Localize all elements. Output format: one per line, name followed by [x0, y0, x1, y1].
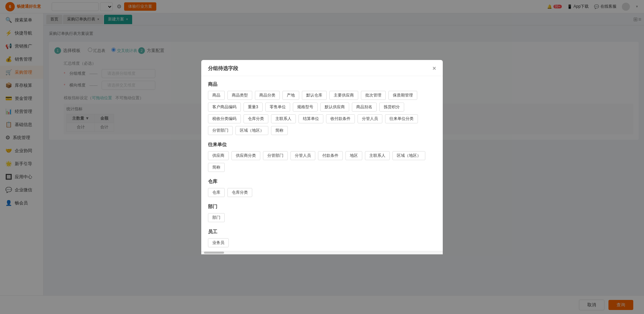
- modal-title: 分组待选字段: [208, 65, 238, 72]
- field-selection-modal: 分组待选字段 × 商品 商品 商品类型 商品分类 产地 默认仓库 主要供应商 批…: [201, 60, 443, 254]
- field-tag[interactable]: 区域（地区）: [235, 126, 268, 135]
- field-tag[interactable]: 分管人员: [290, 151, 315, 160]
- field-tag[interactable]: 主要供应商: [329, 91, 358, 100]
- field-tag[interactable]: 拣货积分: [379, 103, 404, 112]
- section-employee-title: 员工: [208, 229, 436, 235]
- field-tag[interactable]: 仓库分类: [244, 114, 268, 123]
- field-tag[interactable]: 区域（地区）: [392, 151, 425, 160]
- field-tag[interactable]: 保质期管理: [388, 91, 417, 100]
- field-tag[interactable]: 产地: [282, 91, 299, 100]
- modal-close-button[interactable]: ×: [432, 65, 436, 71]
- hscroll-thumb[interactable]: [204, 252, 224, 254]
- field-tag[interactable]: 往来单位分类: [385, 114, 418, 123]
- section-department: 部门 部门: [208, 204, 436, 222]
- section-department-tags: 部门: [208, 213, 436, 222]
- field-tag[interactable]: 地区: [345, 151, 362, 160]
- field-tag[interactable]: 主联系人: [271, 114, 296, 123]
- field-tag[interactable]: 业务员: [208, 238, 229, 247]
- section-employee-tags: 业务员: [208, 238, 436, 247]
- modal-body[interactable]: 商品 商品 商品类型 商品分类 产地 默认仓库 主要供应商 批次管理 保质期管理…: [201, 76, 443, 251]
- field-tag[interactable]: 默认仓库: [302, 91, 327, 100]
- field-tag[interactable]: 付款条件: [318, 151, 343, 160]
- field-tag[interactable]: 重量3: [244, 103, 263, 112]
- field-tag[interactable]: 客户商品编码: [208, 103, 241, 112]
- field-tag[interactable]: 收付款条件: [326, 114, 355, 123]
- section-goods-tags: 商品 商品类型 商品分类 产地 默认仓库 主要供应商 批次管理 保质期管理 客户…: [208, 91, 436, 135]
- field-tag[interactable]: 分管人员: [358, 114, 382, 123]
- field-tag[interactable]: 规格型号: [293, 103, 318, 112]
- field-tag[interactable]: 简称: [208, 163, 225, 172]
- field-tag[interactable]: 商品分类: [255, 91, 280, 100]
- section-warehouse-tags: 仓库 仓库分类: [208, 188, 436, 197]
- section-goods-title: 商品: [208, 81, 436, 87]
- field-tag[interactable]: 供应商分类: [231, 151, 260, 160]
- field-tag[interactable]: 税收分类编码: [208, 114, 241, 123]
- field-tag[interactable]: 默认供应商: [320, 103, 349, 112]
- field-tag[interactable]: 分管部门: [263, 151, 288, 160]
- section-goods: 商品 商品 商品类型 商品分类 产地 默认仓库 主要供应商 批次管理 保质期管理…: [208, 81, 436, 135]
- field-tag[interactable]: 商品: [208, 91, 225, 100]
- field-tag[interactable]: 结算单位: [299, 114, 323, 123]
- field-tag[interactable]: 仓库: [208, 188, 225, 197]
- section-warehouse-title: 仓库: [208, 179, 436, 185]
- field-tag[interactable]: 批次管理: [361, 91, 386, 100]
- field-tag[interactable]: 简称: [271, 126, 288, 135]
- field-tag[interactable]: 供应商: [208, 151, 229, 160]
- field-tag[interactable]: 主联系人: [365, 151, 390, 160]
- modal-header: 分组待选字段 ×: [201, 60, 443, 76]
- section-partner-tags: 供应商 供应商分类 分管部门 分管人员 付款条件 地区 主联系人 区域（地区） …: [208, 151, 436, 172]
- field-tag[interactable]: 商品类型: [227, 91, 252, 100]
- modal-overlay: 分组待选字段 × 商品 商品 商品类型 商品分类 产地 默认仓库 主要供应商 批…: [0, 0, 644, 314]
- field-tag[interactable]: 商品别名: [352, 103, 377, 112]
- field-tag[interactable]: 部门: [208, 213, 225, 222]
- modal-hscroll[interactable]: [201, 251, 443, 254]
- field-tag[interactable]: 零售单位: [265, 103, 290, 112]
- section-partner: 往来单位 供应商 供应商分类 分管部门 分管人员 付款条件 地区 主联系人 区域…: [208, 142, 436, 172]
- section-partner-title: 往来单位: [208, 142, 436, 148]
- section-employee: 员工 业务员: [208, 229, 436, 247]
- field-tag[interactable]: 分管部门: [208, 126, 233, 135]
- field-tag[interactable]: 仓库分类: [227, 188, 252, 197]
- section-department-title: 部门: [208, 204, 436, 210]
- section-warehouse: 仓库 仓库 仓库分类: [208, 179, 436, 197]
